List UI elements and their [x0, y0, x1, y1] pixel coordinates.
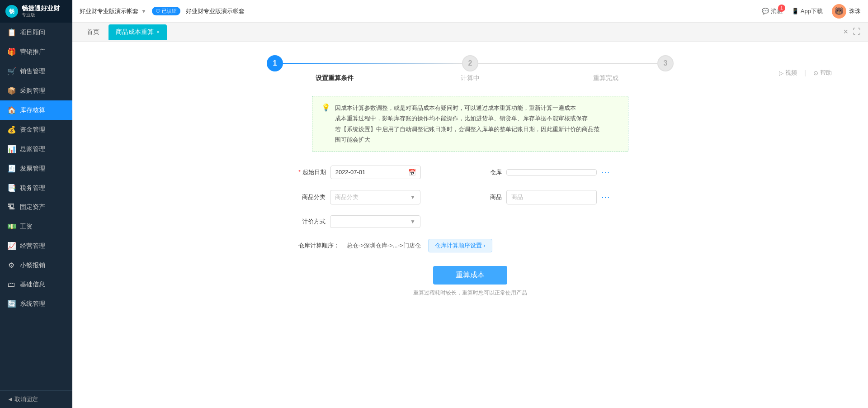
invoice-icon: 🧾 — [7, 164, 15, 173]
help-link[interactable]: ⊙ 帮助 — [813, 69, 832, 77]
pricing-select[interactable]: ▼ — [330, 215, 420, 228]
expand-window-btn[interactable]: ⛶ — [853, 27, 861, 37]
sidebar-item-inventory[interactable]: 🏠库存核算 — [0, 100, 72, 120]
tab-close-icon[interactable]: × — [156, 29, 160, 35]
product-more-btn[interactable]: ··· — [601, 192, 610, 202]
sidebar-item-payroll[interactable]: 💵工资 — [0, 217, 72, 236]
sidebar-item-tax[interactable]: 📑税务管理 — [0, 178, 72, 198]
close-window-btn[interactable]: × — [843, 27, 848, 37]
pricing-label: 计价方式 — [298, 218, 326, 226]
app-edition: 专业版 — [22, 12, 60, 18]
product-label: 商品 — [475, 193, 502, 201]
start-date-group: 起始日期 2022-07-01 📅 — [298, 166, 466, 179]
sidebar-item-purchase[interactable]: 📦采购管理 — [0, 81, 72, 100]
start-date-input[interactable]: 2022-07-01 📅 — [330, 166, 421, 179]
question-icon: ⊙ — [813, 70, 818, 76]
user-menu[interactable]: 🐻 珠珠 — [832, 4, 861, 19]
sidebar-item-system[interactable]: 🔄系统管理 — [0, 294, 72, 313]
sidebar-item-marketing[interactable]: 🎁营销推广 — [0, 42, 72, 62]
steps-section: 1 2 3 — [267, 55, 674, 82]
help-divider: | — [804, 69, 806, 76]
account-name: 好业财专业版演示帐套 — [80, 7, 138, 15]
sidebar-item-invoice[interactable]: 🧾发票管理 — [0, 159, 72, 178]
category-group: 商品分类 商品分类 ▼ — [298, 190, 466, 204]
sidebar-item-finance[interactable]: 💰资金管理 — [0, 120, 72, 139]
account-dropdown-icon: ▼ — [141, 8, 146, 14]
message-btn[interactable]: 💬 消息 1 — [762, 7, 783, 15]
product-input[interactable]: 商品 — [506, 190, 597, 204]
basic-icon: 🗃 — [7, 280, 15, 289]
window-controls: × ⛶ — [843, 27, 861, 37]
message-icon: 💬 — [762, 8, 769, 14]
content-wrapper: ▷ 视频 | ⊙ 帮助 1 — [90, 55, 850, 297]
steps-row: 1 2 3 — [267, 55, 674, 71]
sidebar-item-expense[interactable]: ⚙小畅报销 — [0, 256, 72, 275]
sidebar-item-label: 系统管理 — [20, 300, 45, 308]
category-placeholder: 商品分类 — [335, 193, 406, 201]
form-row-2: 商品分类 商品分类 ▼ 商品 商品 ··· — [298, 190, 642, 204]
submit-area: 重算成本 重算过程耗时较长，重算时您可以正常使用产品 — [298, 266, 642, 297]
tab-recalc[interactable]: 商品成本重算 × — [108, 24, 167, 40]
category-arrow-icon: ▼ — [410, 194, 415, 200]
sidebar-item-label: 项目顾问 — [20, 28, 45, 37]
category-select[interactable]: 商品分类 ▼ — [330, 190, 420, 204]
sidebar: 畅 畅捷通好业财 专业版 📋项目顾问🎁营销推广🛒销售管理📦采购管理🏠库存核算💰资… — [0, 0, 72, 408]
submit-btn[interactable]: 重算成本 — [433, 266, 507, 285]
step-1-circle: 1 — [267, 55, 283, 71]
project-icon: 📋 — [7, 28, 15, 37]
calendar-icon[interactable]: 📅 — [408, 169, 416, 176]
sidebar-item-ledger[interactable]: 📊总账管理 — [0, 139, 72, 159]
sidebar-item-label: 销售管理 — [20, 67, 45, 76]
step-2-label: 计算中 — [402, 74, 538, 82]
sidebar-item-label: 发票管理 — [20, 165, 45, 173]
sidebar-header: 畅 畅捷通好业财 专业版 — [0, 0, 72, 23]
warehouse-order-row: 仓库计算顺序： 总仓->深圳仓库->...->门店仓 仓库计算顺序设置 › — [298, 239, 642, 252]
account-selector[interactable]: 好业财专业版演示帐套 ▼ — [80, 7, 146, 15]
warehouse-more-btn[interactable]: ··· — [601, 167, 610, 177]
cert-badge: 🛡 已认证 — [152, 7, 180, 15]
topbar: 好业财专业版演示帐套 ▼ 🛡 已认证 好业财专业版演示帐套 💬 消息 1 📱 A… — [72, 0, 868, 23]
category-label: 商品分类 — [298, 193, 326, 201]
username: 珠珠 — [849, 7, 861, 15]
video-label: 视频 — [785, 69, 797, 77]
help-links: ▷ 视频 | ⊙ 帮助 — [779, 69, 832, 77]
submit-note: 重算过程耗时较长，重算时您可以正常使用产品 — [413, 289, 527, 297]
sales-icon: 🛒 — [7, 67, 15, 76]
warehouse-input[interactable] — [506, 169, 597, 176]
step-line-2 — [478, 63, 657, 64]
warehouse-order-settings-btn[interactable]: 仓库计算顺序设置 › — [428, 239, 492, 252]
form-section: 起始日期 2022-07-01 📅 仓库 ··· — [289, 166, 651, 297]
assets-icon: 🏗 — [7, 203, 15, 211]
step-1-label: 设置重算条件 — [267, 74, 402, 82]
form-row-1: 起始日期 2022-07-01 📅 仓库 ··· — [298, 166, 642, 179]
sidebar-item-project[interactable]: 📋项目顾问 — [0, 23, 72, 42]
tab-home[interactable]: 首页 — [80, 24, 107, 40]
expense-icon: ⚙ — [7, 261, 15, 270]
sidebar-item-basic[interactable]: 🗃基础信息 — [0, 275, 72, 294]
sidebar-item-label: 营销推广 — [20, 48, 45, 56]
app-name: 畅捷通好业财 — [22, 5, 60, 12]
warehouse-group: 仓库 ··· — [475, 167, 642, 177]
sidebar-pin-toggle[interactable]: ◄ 取消固定 — [0, 390, 72, 408]
topbar-right: 💬 消息 1 📱 App下载 🐻 珠珠 — [762, 4, 861, 19]
product-placeholder: 商品 — [511, 193, 592, 201]
shield-icon: 🛡 — [156, 9, 160, 14]
system-icon: 🔄 — [7, 299, 15, 308]
sidebar-item-assets[interactable]: 🏗固定资产 — [0, 198, 72, 217]
purchase-icon: 📦 — [7, 86, 15, 95]
video-link[interactable]: ▷ 视频 — [779, 69, 797, 77]
sidebar-item-sales[interactable]: 🛒销售管理 — [0, 62, 72, 81]
step-3: 3 — [657, 55, 674, 71]
form-row-3: 计价方式 ▼ — [298, 215, 642, 228]
payroll-icon: 💵 — [7, 222, 15, 231]
info-box: 💡 因成本计算参数调整，或是对商品成本有疑问时，可以通过成本重算功能，重新计算一… — [312, 96, 628, 152]
company-name: 好业财专业版演示帐套 — [186, 7, 245, 15]
step-2-circle: 2 — [462, 55, 478, 71]
sidebar-item-operations[interactable]: 📈经营管理 — [0, 236, 72, 256]
app-logo: 畅 — [5, 5, 18, 18]
play-icon: ▷ — [779, 70, 783, 76]
start-date-label: 起始日期 — [298, 168, 326, 176]
sidebar-item-label: 工资 — [20, 223, 33, 231]
app-download-btn[interactable]: 📱 App下载 — [792, 7, 823, 15]
ledger-icon: 📊 — [7, 145, 15, 153]
